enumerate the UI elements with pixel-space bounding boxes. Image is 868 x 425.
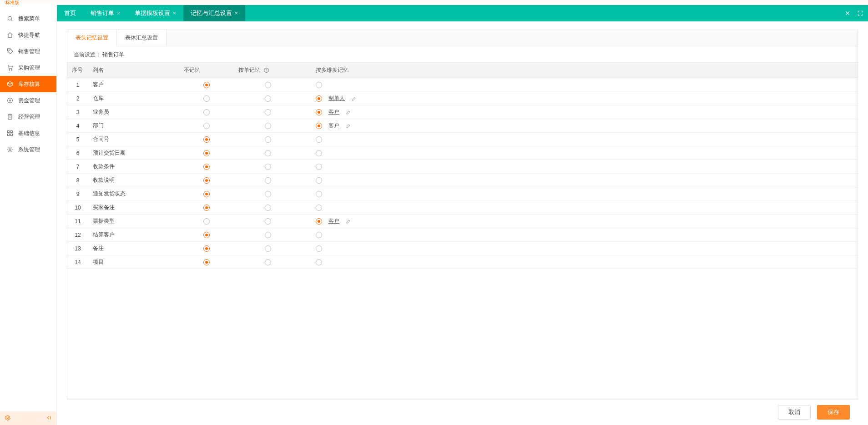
tab-1[interactable]: 销售订单× — [83, 5, 127, 21]
sidebar-item-1[interactable]: 快捷导航 — [0, 27, 56, 43]
cancel-button[interactable]: 取消 — [778, 405, 811, 420]
cell-multi-dim — [302, 133, 858, 146]
sidebar-item-7[interactable]: 基础信息 — [0, 125, 56, 141]
cell-no-memory — [179, 242, 234, 255]
cell-seq: 10 — [67, 201, 88, 215]
sidebar-item-2[interactable]: 销售管理 — [0, 43, 56, 60]
edit-icon[interactable] — [346, 110, 351, 115]
radio-by-order[interactable] — [265, 150, 271, 156]
radio-by-order[interactable] — [265, 95, 271, 102]
close-all-tabs-button[interactable] — [843, 9, 852, 17]
multi-dim-link[interactable]: 客户 — [328, 122, 339, 130]
radio-multi-dim[interactable] — [316, 136, 322, 143]
save-button[interactable]: 保存 — [817, 405, 850, 420]
cell-no-memory — [179, 92, 234, 105]
sidebar-item-6[interactable]: 经营管理 — [0, 109, 56, 125]
radio-by-order[interactable] — [265, 232, 271, 238]
sidebar-item-3[interactable]: 采购管理 — [0, 60, 56, 76]
close-icon[interactable]: × — [117, 10, 120, 16]
radio-no-memory[interactable] — [203, 150, 210, 156]
cell-multi-dim — [302, 255, 858, 269]
edit-icon[interactable] — [346, 123, 351, 129]
cell-name: 收款条件 — [88, 160, 179, 174]
sidebar-item-4[interactable]: 库存核算 — [0, 76, 56, 92]
multi-dim-link[interactable]: 制单人 — [328, 95, 345, 102]
radio-no-memory[interactable] — [203, 232, 210, 238]
inner-tab-0[interactable]: 表头记忆设置 — [67, 30, 117, 46]
radio-multi-dim[interactable] — [316, 191, 322, 197]
col-by-order-label: 按单记忆 — [238, 67, 260, 73]
radio-by-order[interactable] — [265, 245, 271, 252]
sidebar-item-label: 采购管理 — [18, 64, 40, 72]
radio-by-order[interactable] — [265, 82, 271, 88]
radio-multi-dim[interactable] — [316, 95, 322, 102]
sidebar: 搜索菜单快捷导航销售管理采购管理库存核算资金管理经营管理基础信息系统管理 — [0, 5, 57, 425]
multi-dim-link[interactable]: 客户 — [328, 108, 339, 116]
radio-multi-dim[interactable] — [316, 150, 322, 156]
cell-multi-dim — [302, 78, 858, 92]
cell-no-memory — [179, 201, 234, 215]
close-icon[interactable]: × — [173, 10, 176, 16]
coin-icon — [6, 97, 14, 104]
radio-multi-dim[interactable] — [316, 109, 322, 115]
radio-multi-dim[interactable] — [316, 218, 322, 225]
col-multi-dim: 按多维度记忆 — [302, 63, 858, 78]
cell-seq: 7 — [67, 160, 88, 174]
radio-no-memory[interactable] — [203, 191, 210, 197]
tab-0[interactable]: 首页 — [57, 5, 83, 21]
radio-by-order[interactable] — [265, 205, 271, 211]
radio-by-order[interactable] — [265, 164, 271, 170]
radio-multi-dim[interactable] — [316, 232, 322, 238]
tab-bar: 首页销售订单×单据模板设置×记忆与汇总设置× — [57, 5, 868, 21]
radio-no-memory[interactable] — [203, 164, 210, 170]
fullscreen-button[interactable] — [856, 9, 864, 17]
radio-no-memory[interactable] — [203, 109, 210, 115]
radio-no-memory[interactable] — [203, 123, 210, 129]
radio-by-order[interactable] — [265, 259, 271, 265]
radio-no-memory[interactable] — [203, 177, 210, 184]
radio-no-memory[interactable] — [203, 82, 210, 88]
cell-seq: 1 — [67, 78, 88, 92]
radio-no-memory[interactable] — [203, 136, 210, 143]
radio-multi-dim[interactable] — [316, 205, 322, 211]
radio-no-memory[interactable] — [203, 95, 210, 102]
tab-label: 销售订单 — [91, 9, 114, 17]
inner-tab-1[interactable]: 表体汇总设置 — [117, 30, 167, 46]
collapse-icon[interactable] — [45, 415, 52, 422]
radio-multi-dim[interactable] — [316, 82, 322, 88]
radio-by-order[interactable] — [265, 123, 271, 129]
edit-icon[interactable] — [346, 219, 351, 224]
radio-by-order[interactable] — [265, 191, 271, 197]
cell-no-memory — [179, 187, 234, 201]
sidebar-item-0[interactable]: 搜索菜单 — [0, 10, 56, 27]
table-row: 12结算客户 — [67, 228, 858, 242]
sidebar-item-5[interactable]: 资金管理 — [0, 92, 56, 109]
radio-by-order[interactable] — [265, 218, 271, 225]
help-icon[interactable] — [263, 67, 269, 73]
edit-icon[interactable] — [351, 96, 357, 101]
table-row: 7收款条件 — [67, 160, 858, 174]
sidebar-item-8[interactable]: 系统管理 — [0, 141, 56, 158]
tab-2[interactable]: 单据模板设置× — [127, 5, 183, 21]
radio-multi-dim[interactable] — [316, 177, 322, 184]
radio-by-order[interactable] — [265, 177, 271, 184]
radio-by-order[interactable] — [265, 136, 271, 143]
cell-multi-dim: 客户 — [302, 105, 858, 119]
cell-no-memory — [179, 119, 234, 133]
radio-no-memory[interactable] — [203, 259, 210, 265]
radio-by-order[interactable] — [265, 109, 271, 115]
multi-dim-link[interactable]: 客户 — [328, 217, 339, 225]
radio-multi-dim[interactable] — [316, 259, 322, 265]
radio-no-memory[interactable] — [203, 245, 210, 252]
cell-name: 买家备注 — [88, 201, 179, 215]
tab-3[interactable]: 记忆与汇总设置× — [183, 5, 245, 21]
cell-by-order — [234, 242, 302, 255]
cell-by-order — [234, 174, 302, 187]
radio-multi-dim[interactable] — [316, 123, 322, 129]
radio-no-memory[interactable] — [203, 205, 210, 211]
settings-icon[interactable] — [5, 415, 11, 422]
close-icon[interactable]: × — [235, 10, 238, 16]
radio-no-memory[interactable] — [203, 218, 210, 225]
radio-multi-dim[interactable] — [316, 164, 322, 170]
radio-multi-dim[interactable] — [316, 245, 322, 252]
